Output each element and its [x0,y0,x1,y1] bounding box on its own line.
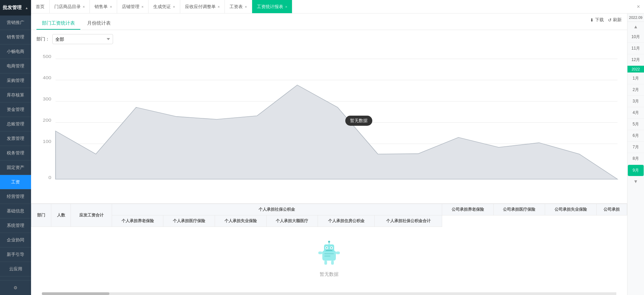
date-dec[interactable]: 12月 [627,54,644,66]
col-personal-unemployment: 个人承担失业保险 [215,215,266,227]
scrollbar-thumb[interactable] [42,292,109,295]
tab-dept-stats[interactable]: 部门工资统计表 [36,18,80,30]
refresh-button[interactable]: ↺ 刷新 [608,17,622,23]
download-icon: ⬇ [590,18,594,23]
sidebar-header[interactable]: 批发管理 ▲ [0,0,31,16]
svg-text:200: 200 [43,118,51,123]
svg-rect-20 [326,250,332,251]
date-jun[interactable]: 6月 [627,130,644,142]
sidebar-item-cloud[interactable]: 云应用 [0,262,31,276]
tab-close-icon[interactable]: × [245,5,247,9]
chart-polygon [56,85,618,179]
tab-voucher[interactable]: 生成凭证 × [149,0,180,13]
sidebar-item-basic-info[interactable]: 基础信息 [0,204,31,218]
content-area: 部门工资统计表 月份统计表 ⬇ 下载 ↺ 刷新 [31,13,644,295]
page-toolbar: ⬇ 下载 ↺ 刷新 [590,17,622,23]
sidebar: 批发管理 ▲ 营销推广 销售管理 小畅电商 电商管理 采购管理 库存核算 资金管… [0,0,31,295]
sidebar-settings[interactable]: ⚙ [0,280,31,295]
col-personal-large-medical: 个人承担大额医疗 [266,215,318,227]
date-jul[interactable]: 7月 [627,142,644,153]
svg-text:300: 300 [43,97,51,102]
table-wrapper[interactable]: 部门 人数 应发工资合计 个人承担社保公积金 公司承担养老保险 公司承担医疗保险… [31,204,627,291]
col-total-wage: 应发工资合计 [71,204,112,227]
tab-bar: 首页 门店商品目录 × 销售单 × 店铺管理 × 生成凭证 × 应收应付调整单 … [31,0,644,13]
sidebar-collapse-icon: ▲ [25,6,28,10]
date-nov[interactable]: 11月 [627,43,644,54]
date-feb[interactable]: 2月 [627,84,644,96]
date-aug[interactable]: 8月 [627,153,644,165]
sidebar-item-invoice[interactable]: 发票管理 [0,131,31,146]
date-mar[interactable]: 3月 [627,96,644,107]
right-date-panel: 2022.09 ▲ 10月 11月 12月 2022 1月 2月 3月 4月 5… [627,13,644,295]
tab-ar-ap[interactable]: 应收应付调整单 × [180,0,225,13]
empty-robot-icon [316,240,343,267]
date-oct[interactable]: 10月 [627,31,644,43]
svg-point-17 [331,247,332,248]
table-empty-text: 暂无数据 [320,271,339,277]
main-area: 首页 门店商品目录 × 销售单 × 店铺管理 × 生成凭证 × 应收应付调整单 … [31,0,644,295]
stats-table: 部门 人数 应发工资合计 个人承担社保公积金 公司承担养老保险 公司承担医疗保险… [31,204,627,227]
tab-monthly-stats[interactable]: 月份统计表 [82,18,116,30]
sidebar-item-ecommerce-small[interactable]: 小畅电商 [0,45,31,59]
sidebar-item-fixed-assets[interactable]: 固定资产 [0,160,31,175]
col-personal-medical: 个人承担医疗保险 [163,215,215,227]
chart-no-data-tooltip: 暂无数据 [345,116,372,126]
date-sep[interactable]: 9月 [628,165,644,176]
download-button[interactable]: ⬇ 下载 [590,17,604,23]
tab-close-icon[interactable]: × [285,5,287,9]
svg-rect-22 [324,256,330,257]
date-up-arrow[interactable]: ▲ [627,22,644,31]
sidebar-item-ecommerce-mgmt[interactable]: 电商管理 [0,59,31,73]
col-company-medical: 公司承担医疗保险 [493,204,545,215]
chart-svg: 500 400 300 200 100 0 [36,48,622,190]
sidebar-item-ledger[interactable]: 总账管理 [0,117,31,131]
filter-row: 部门： 全部 [31,30,627,48]
tab-store-mgmt[interactable]: 店铺管理 × [117,0,149,13]
table-empty-state: 暂无数据 [31,227,627,291]
svg-text:0: 0 [49,175,52,180]
tab-store-catalog[interactable]: 门店商品目录 × [50,0,90,13]
sidebar-title: 批发管理 [3,5,22,11]
col-group-personal: 个人承担社保公积金 [112,204,442,215]
tab-sales-order[interactable]: 销售单 × [90,0,117,13]
date-down-arrow[interactable]: ▼ [627,177,644,186]
tab-payroll[interactable]: 工资表 × [225,0,252,13]
sidebar-item-operations[interactable]: 经营管理 [0,189,31,204]
sidebar-item-guide[interactable]: 新手引导 [0,247,31,262]
sidebar-item-purchase[interactable]: 采购管理 [0,73,31,88]
dept-filter-select[interactable]: 全部 [52,34,113,44]
sidebar-item-inventory[interactable]: 库存核算 [0,88,31,102]
tab-home[interactable]: 首页 [31,0,50,13]
sidebar-item-marketing[interactable]: 营销推广 [0,16,31,30]
svg-point-19 [328,241,330,243]
tab-close-icon[interactable]: × [83,5,85,9]
tab-close-icon[interactable]: × [218,5,220,9]
tab-close-icon[interactable]: × [110,5,112,9]
col-dept: 部门 [31,204,51,227]
tab-close-icon[interactable]: × [173,5,175,9]
dept-filter-label: 部门： [36,36,50,42]
sidebar-item-system[interactable]: 系统管理 [0,218,31,233]
sidebar-item-enterprise[interactable]: 企业协同 [0,233,31,247]
date-year-2022[interactable]: 2022 [627,66,644,73]
tab-payroll-report[interactable]: 工资统计报表 × [252,0,292,13]
col-count: 人数 [51,204,71,227]
sidebar-item-finance[interactable]: 资金管理 [0,102,31,117]
date-apr[interactable]: 4月 [627,107,644,119]
col-personal-housing: 个人承担住房公积金 [318,215,375,227]
date-jan[interactable]: 1月 [627,73,644,84]
svg-text:500: 500 [43,54,51,59]
sidebar-item-payroll[interactable]: 工资 [0,175,31,189]
tab-close-icon[interactable]: × [141,5,143,9]
date-may[interactable]: 5月 [627,119,644,130]
sidebar-item-sales[interactable]: 销售管理 [0,30,31,45]
chart-area: 500 400 300 200 100 0 [31,48,627,203]
sidebar-item-tax[interactable]: 税务管理 [0,146,31,160]
col-personal-total: 个人承担社保公积金合计 [375,215,442,227]
svg-rect-24 [331,261,334,265]
refresh-icon: ↺ [608,18,612,23]
svg-rect-25 [318,252,322,254]
tab-bar-close-button[interactable]: × [633,4,644,10]
horizontal-scrollbar-track[interactable] [31,291,627,295]
current-date-label[interactable]: 2022.09 [627,13,644,22]
